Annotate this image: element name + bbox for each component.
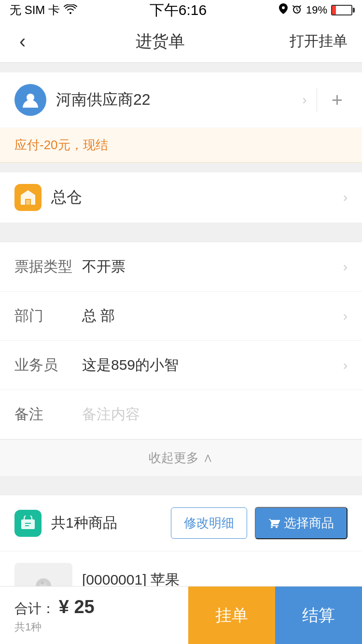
salesperson-row[interactable]: 业务员 这是859的小智 › [0, 341, 362, 390]
divider-2 [0, 163, 362, 172]
status-left: 无 SIM 卡 [10, 2, 77, 18]
supplier-name: 河南供应商22 [56, 89, 302, 111]
notice-text: 应付-20元，现结 [14, 138, 108, 152]
battery-icon [331, 5, 352, 15]
total-info: 合计： ¥ 25 共1种 [0, 597, 188, 634]
item-count: 共1种 [14, 620, 174, 634]
supplier-row[interactable]: 河南供应商22 › + [0, 72, 362, 128]
page-title: 进货单 [30, 30, 290, 53]
status-right: 19% [279, 3, 352, 17]
department-label: 部门 [14, 306, 82, 326]
invoice-type-chevron: › [343, 259, 348, 275]
product-header: 共1种商品 修改明细 选择商品 [0, 495, 362, 551]
salesperson-chevron: › [343, 358, 348, 373]
warehouse-row[interactable]: 总仓 › [0, 172, 362, 223]
notice-bar: 应付-20元，现结 [0, 128, 362, 163]
product-title: 苹果 [151, 572, 180, 588]
divider-3 [0, 223, 362, 233]
select-product-label: 选择商品 [284, 515, 334, 532]
remark-placeholder: 备注内容 [82, 405, 348, 424]
location-icon [279, 3, 288, 17]
bottom-bar: 合计： ¥ 25 共1种 挂单 结算 [0, 586, 362, 644]
supplier-section: 河南供应商22 › + 应付-20元，现结 [0, 72, 362, 163]
hang-button[interactable]: 挂单 [188, 587, 275, 644]
warehouse-icon [14, 184, 42, 211]
warehouse-chevron-icon: › [343, 190, 348, 205]
supplier-chevron-icon: › [302, 92, 306, 108]
carrier-label: 无 SIM 卡 [10, 2, 60, 18]
back-button[interactable]: ‹ [14, 26, 30, 57]
form-section: 票据类型 不开票 › 部门 总 部 › 业务员 这是859的小智 › 备注 备注… [0, 242, 362, 476]
alarm-icon [292, 3, 302, 17]
invoice-type-row[interactable]: 票据类型 不开票 › [0, 242, 362, 292]
total-row: 合计： ¥ 25 [14, 597, 174, 618]
svg-rect-5 [25, 523, 31, 524]
remark-row[interactable]: 备注 备注内容 [0, 390, 362, 439]
svg-rect-4 [21, 519, 35, 529]
cart-icon [268, 518, 280, 529]
department-row[interactable]: 部门 总 部 › [0, 292, 362, 341]
vertical-divider [317, 88, 317, 112]
salesperson-label: 业务员 [14, 355, 82, 375]
department-value: 总 部 [82, 306, 343, 326]
total-label: 合计： [14, 601, 55, 616]
supplier-avatar [14, 84, 46, 116]
status-time: 下午6:16 [150, 0, 207, 20]
status-bar: 无 SIM 卡 下午6:16 19% [0, 0, 362, 20]
wifi-icon [64, 3, 77, 17]
svg-rect-6 [25, 525, 29, 526]
department-chevron: › [343, 308, 348, 324]
divider-4 [0, 476, 362, 486]
nav-bar: ‹ 进货单 打开挂单 [0, 20, 362, 63]
total-amount: ¥ 25 [59, 597, 95, 617]
battery-percent: 19% [306, 4, 327, 16]
open-hang-button[interactable]: 打开挂单 [290, 31, 348, 51]
select-product-button[interactable]: 选择商品 [255, 507, 348, 539]
remark-label: 备注 [14, 405, 82, 424]
collapse-button[interactable]: 收起更多 ∧ [0, 439, 362, 476]
edit-detail-button[interactable]: 修改明细 [171, 507, 247, 539]
invoice-type-value: 不开票 [82, 257, 343, 277]
product-section-icon [14, 510, 42, 537]
svg-rect-3 [26, 200, 30, 205]
checkout-button[interactable]: 结算 [275, 587, 362, 644]
salesperson-value: 这是859的小智 [82, 355, 343, 375]
product-count-label: 共1种商品 [51, 513, 171, 533]
product-code: [0000001] [82, 572, 151, 588]
invoice-type-label: 票据类型 [14, 257, 82, 277]
divider-top [0, 63, 362, 72]
warehouse-label: 总仓 [51, 187, 343, 208]
add-button[interactable]: + [327, 84, 348, 116]
